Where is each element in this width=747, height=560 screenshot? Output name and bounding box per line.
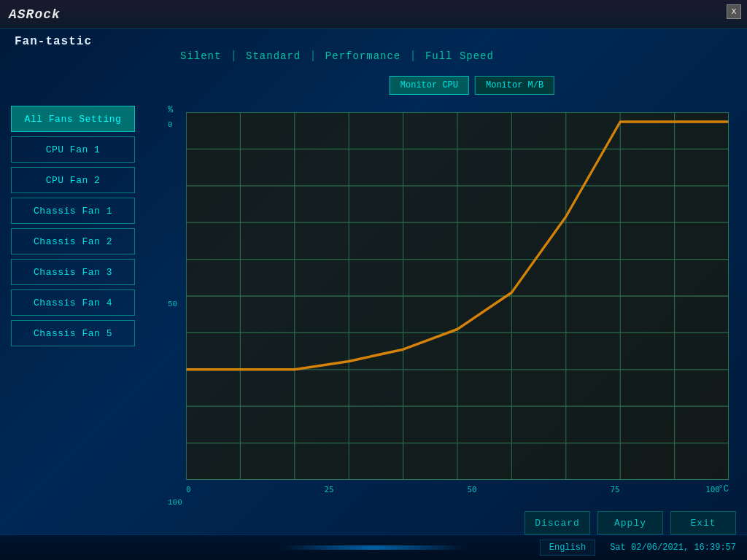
discard-button[interactable]: Discard	[525, 511, 590, 534]
x-tick-0: 0	[186, 485, 191, 494]
close-button[interactable]: X	[727, 4, 741, 19]
x-tick-75: 75	[610, 485, 619, 494]
chart-container: Monitor CPU Monitor M/B % 100 50 0	[164, 76, 736, 498]
page-title: Fan-tastic	[15, 35, 92, 48]
right-panel: Silent | Standard | Performance | Full S…	[150, 47, 736, 498]
x-axis-label: °C	[719, 484, 729, 494]
y-axis-label: %	[168, 105, 173, 115]
tab-performance[interactable]: Performance	[317, 47, 409, 65]
app-logo: ASRock	[9, 7, 61, 22]
y-tick-50: 50	[168, 300, 177, 308]
monitor-cpu-button[interactable]: Monitor CPU	[390, 76, 469, 95]
preset-tabs: Silent | Standard | Performance | Full S…	[171, 47, 736, 65]
sidebar-item-cpu-fan-1[interactable]: CPU Fan 1	[11, 136, 135, 163]
sidebar-item-chassis-fan-5[interactable]: Chassis Fan 5	[11, 320, 135, 346]
language-selector[interactable]: English	[540, 540, 595, 556]
sidebar-item-chassis-fan-2[interactable]: Chassis Fan 2	[11, 228, 135, 254]
apply-button[interactable]: Apply	[597, 511, 663, 534]
chart-wrapper: % 100 50 0	[164, 101, 736, 498]
monitor-mb-button[interactable]: Monitor M/B	[475, 76, 554, 95]
top-bar: ASRock	[0, 0, 747, 29]
separator-1: |	[230, 50, 237, 63]
status-bar: English Sat 02/06/2021, 16:39:57	[0, 534, 747, 560]
tab-standard[interactable]: Standard	[237, 47, 309, 65]
separator-3: |	[409, 50, 417, 63]
tab-silent[interactable]: Silent	[171, 47, 230, 65]
main-content: All Fans Setting CPU Fan 1 CPU Fan 2 Cha…	[0, 29, 747, 502]
y-tick-0: 0	[168, 120, 173, 129]
sidebar-item-chassis-fan-3[interactable]: Chassis Fan 3	[11, 259, 135, 285]
bottom-decoration	[264, 534, 483, 560]
x-tick-25: 25	[324, 485, 333, 494]
deco-line	[282, 545, 465, 550]
monitor-buttons: Monitor CPU Monitor M/B	[390, 76, 554, 95]
fan-curve-chart	[186, 112, 729, 480]
sidebar: All Fans Setting CPU Fan 1 CPU Fan 2 Cha…	[11, 106, 150, 498]
x-tick-50: 50	[467, 485, 476, 494]
separator-2: |	[309, 50, 317, 63]
bottom-buttons: Discard Apply Exit	[525, 511, 736, 534]
chart-area: % 100 50 0	[164, 101, 736, 498]
datetime-display: Sat 02/06/2021, 16:39:57	[610, 542, 736, 553]
tab-full-speed[interactable]: Full Speed	[417, 47, 503, 65]
sidebar-item-chassis-fan-4[interactable]: Chassis Fan 4	[11, 289, 135, 316]
sidebar-item-cpu-fan-2[interactable]: CPU Fan 2	[11, 167, 135, 193]
exit-button[interactable]: Exit	[670, 511, 736, 534]
y-tick-100: 100	[168, 498, 182, 507]
sidebar-item-all-fans[interactable]: All Fans Setting	[11, 106, 135, 132]
sidebar-item-chassis-fan-1[interactable]: Chassis Fan 1	[11, 198, 135, 224]
